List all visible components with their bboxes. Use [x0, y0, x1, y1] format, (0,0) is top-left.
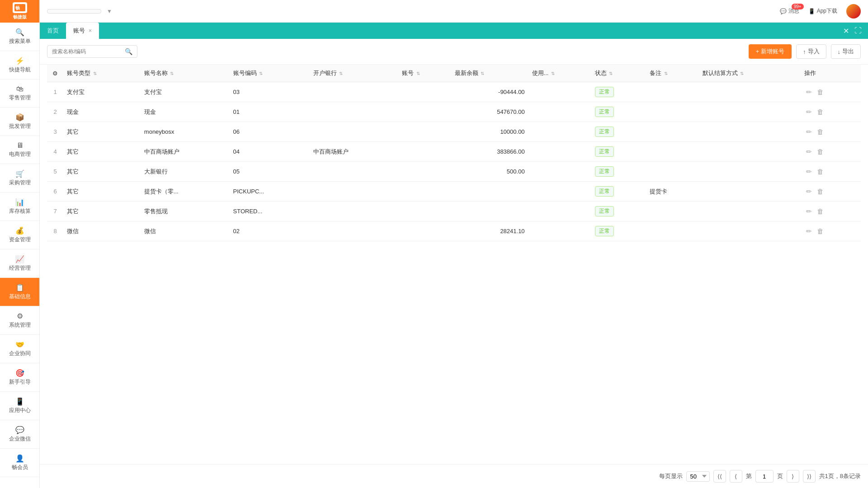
- tab-fullscreen-icon[interactable]: ⛶: [852, 25, 864, 37]
- delete-button-5[interactable]: 🗑: [815, 187, 826, 196]
- tab-close-icon[interactable]: ×: [89, 28, 92, 34]
- sidebar-item-wholesale-manage[interactable]: 📦批发管理: [0, 108, 39, 136]
- row-code-6: STORED...: [230, 202, 310, 221]
- sidebar-item-ecommerce-manage[interactable]: 🖥电商管理: [0, 136, 39, 164]
- sort-remark-icon[interactable]: ⇅: [664, 71, 668, 76]
- edit-button-1[interactable]: ✏: [804, 107, 814, 117]
- delete-button-0[interactable]: 🗑: [815, 87, 826, 97]
- sort-account-icon[interactable]: ⇅: [416, 71, 420, 76]
- export-button[interactable]: ↓ 导出: [831, 44, 861, 59]
- import-icon: ↑: [803, 48, 806, 55]
- edit-button-5[interactable]: ✏: [804, 187, 814, 197]
- sort-bank-icon[interactable]: ⇅: [339, 71, 343, 76]
- sidebar-icon-wholesale-manage: 📦: [3, 113, 37, 122]
- tab-account[interactable]: 账号 ×: [66, 23, 99, 39]
- col-usage-label: 使用...: [532, 70, 549, 76]
- delete-button-2[interactable]: 🗑: [815, 127, 826, 136]
- row-remark-5: 提货卡: [646, 182, 698, 202]
- row-usage-2: [528, 122, 591, 142]
- row-name-5: 提货卡（零...: [141, 182, 230, 202]
- sort-name-icon[interactable]: ⇅: [170, 71, 174, 76]
- tab-close-all-icon[interactable]: ✕: [840, 25, 852, 37]
- col-default-settlement: 默认结算方式 ⇅: [699, 65, 801, 82]
- mobile-icon: 📱: [808, 8, 815, 14]
- search-input[interactable]: [52, 48, 122, 55]
- table-row: 5 其它 大新银行 05 500.00 正常 ✏ 🗑: [47, 162, 861, 182]
- content-area: 🔍 + 新增账号 ↑ 导入 ↓ 导出 ⚙ 账号类型 ⇅: [40, 39, 868, 488]
- row-usage-1: [528, 102, 591, 122]
- row-usage-0: [528, 82, 591, 102]
- edit-button-4[interactable]: ✏: [804, 167, 814, 177]
- tab-home[interactable]: 首页: [40, 23, 66, 39]
- top-search-box[interactable]: [47, 9, 101, 14]
- first-page-button[interactable]: ⟨⟨: [713, 470, 726, 483]
- sidebar-item-purchase-manage[interactable]: 🛒采购管理: [0, 164, 39, 192]
- sidebar-icon-member: 👤: [3, 454, 37, 463]
- prev-page-button[interactable]: ⟨: [730, 470, 742, 483]
- sidebar-item-new-guide[interactable]: 🎯新手引导: [0, 363, 39, 392]
- row-type-7: 微信: [63, 221, 141, 241]
- sidebar-item-basic-info[interactable]: 📋基础信息: [0, 278, 39, 306]
- last-page-button[interactable]: ⟩⟩: [803, 470, 816, 483]
- edit-button-2[interactable]: ✏: [804, 127, 814, 137]
- sidebar-label-search-menu: 搜索菜单: [3, 38, 37, 45]
- edit-button-3[interactable]: ✏: [804, 147, 814, 157]
- sort-status-icon[interactable]: ⇅: [609, 71, 613, 76]
- sidebar-item-enterprise-protocol[interactable]: 🤝企业协同: [0, 335, 39, 363]
- app-download-button[interactable]: 📱 App下载: [808, 7, 837, 15]
- row-default-settlement-4: [699, 162, 801, 182]
- next-page-button[interactable]: ⟩: [787, 470, 799, 483]
- sidebar-item-capital-manage[interactable]: 💰资金管理: [0, 221, 39, 249]
- delete-button-1[interactable]: 🗑: [815, 107, 826, 117]
- row-bank-2: [310, 122, 399, 142]
- row-status-3: 正常: [591, 142, 646, 162]
- row-num-5: 6: [47, 182, 63, 202]
- sidebar-item-system-manage[interactable]: ⚙系统管理: [0, 306, 39, 335]
- row-remark-1: [646, 102, 698, 122]
- table-wrapper: ⚙ 账号类型 ⇅ 账号名称 ⇅ 账号编码 ⇅: [40, 65, 868, 464]
- search-box[interactable]: 🔍: [47, 45, 137, 58]
- delete-button-7[interactable]: 🗑: [815, 226, 826, 236]
- row-type-6: 其它: [63, 202, 141, 221]
- row-default-settlement-5: [699, 182, 801, 202]
- dropdown-arrow-icon[interactable]: ▼: [107, 8, 112, 14]
- sidebar-item-shortcut-nav[interactable]: ⚡快捷导航: [0, 51, 39, 80]
- user-avatar[interactable]: [846, 4, 861, 19]
- row-account-4: [398, 162, 451, 182]
- col-remark: 备注 ⇅: [646, 65, 698, 82]
- sort-type-icon[interactable]: ⇅: [93, 71, 97, 76]
- page-number-input[interactable]: [755, 470, 774, 483]
- row-remark-0: [646, 82, 698, 102]
- sidebar-item-search-menu[interactable]: 🔍搜索菜单: [0, 23, 39, 51]
- sort-code-icon[interactable]: ⇅: [259, 71, 263, 76]
- sidebar-item-app-center[interactable]: 📱应用中心: [0, 392, 39, 420]
- sidebar-item-enterprise-wechat[interactable]: 💬企业微信: [0, 420, 39, 449]
- col-settings[interactable]: ⚙: [47, 65, 63, 82]
- tabbar-actions: ✕ ⛶: [840, 25, 868, 37]
- sort-usage-icon[interactable]: ⇅: [551, 71, 555, 76]
- row-num-7: 8: [47, 221, 63, 241]
- sidebar-item-inventory-calc[interactable]: 📊库存核算: [0, 192, 39, 221]
- delete-button-6[interactable]: 🗑: [815, 206, 826, 216]
- row-code-1: 01: [230, 102, 310, 122]
- table-row: 2 现金 现金 01 547670.00 正常 ✏ 🗑: [47, 102, 861, 122]
- add-account-button[interactable]: + 新增账号: [749, 44, 792, 59]
- sort-balance-icon[interactable]: ⇅: [481, 71, 484, 76]
- sidebar-item-retail-manage[interactable]: 🛍零售管理: [0, 80, 39, 108]
- sidebar-item-member[interactable]: 👤畅会员: [0, 449, 39, 477]
- edit-button-7[interactable]: ✏: [804, 226, 814, 236]
- message-button[interactable]: 💬 消息 99+: [780, 7, 799, 15]
- sort-default-icon[interactable]: ⇅: [740, 71, 744, 76]
- row-name-0: 支付宝: [141, 82, 230, 102]
- sidebar-item-operation-manage[interactable]: 📈经营管理: [0, 249, 39, 278]
- search-icon[interactable]: 🔍: [125, 48, 132, 55]
- row-balance-5: [451, 182, 528, 202]
- edit-button-6[interactable]: ✏: [804, 206, 814, 216]
- row-num-3: 4: [47, 142, 63, 162]
- edit-button-0[interactable]: ✏: [804, 87, 814, 97]
- delete-button-3[interactable]: 🗑: [815, 147, 826, 156]
- sidebar-icon-new-guide: 🎯: [3, 369, 37, 377]
- delete-button-4[interactable]: 🗑: [815, 167, 826, 176]
- import-button[interactable]: ↑ 导入: [796, 44, 826, 59]
- page-size-select[interactable]: 50 100 200: [686, 471, 710, 482]
